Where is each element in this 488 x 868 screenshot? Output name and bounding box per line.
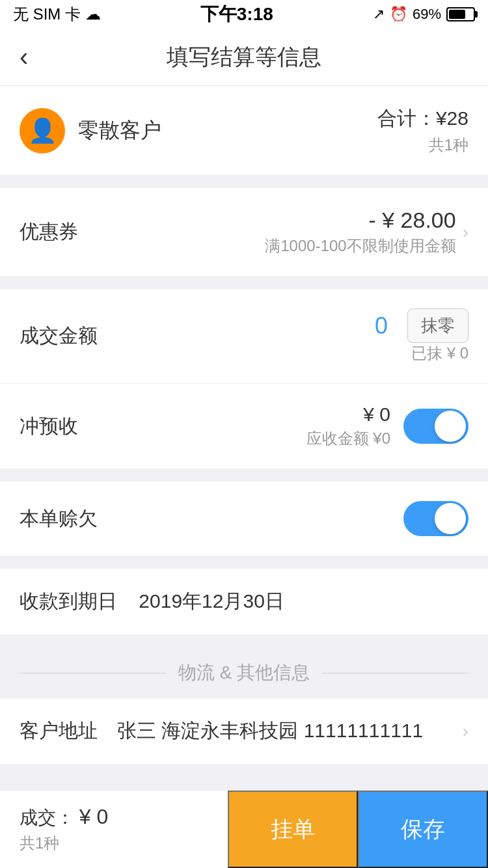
round-zero-button[interactable]: 抹零 [407, 308, 468, 343]
avatar-icon: 👤 [28, 117, 57, 144]
coupon-right: - ¥ 28.00 满1000-100不限制使用金额 › [265, 208, 468, 256]
credit-toggle[interactable] [403, 501, 468, 536]
prepay-amount-sub: 应收金额 ¥0 [306, 428, 390, 449]
status-time: 下午3:18 [200, 2, 273, 27]
due-date-label: 收款到期日 2019年12月30日 [20, 590, 284, 612]
prepay-label: 冲预收 [20, 413, 78, 440]
transaction-section: 成交金额 0 抹零 已抹 ¥ 0 冲预收 ¥ 0 应收金额 ¥0 [0, 289, 488, 468]
coupon-amount: - ¥ 28.00 [265, 208, 455, 233]
customer-count: 共1种 [377, 135, 468, 156]
coupon-row[interactable]: 优惠券 - ¥ 28.00 满1000-100不限制使用金额 › [0, 188, 488, 276]
bottom-bar: 成交： ¥ 0 共1种 挂单 保存 [0, 790, 488, 868]
status-left: 无 SIM 卡 ☁ [13, 4, 101, 25]
battery-percent: 69% [413, 6, 441, 23]
address-chevron-icon: › [463, 721, 468, 742]
battery-icon [446, 7, 475, 21]
transaction-row: 成交金额 0 抹零 已抹 ¥ 0 [0, 289, 488, 384]
customer-summary: 合计：¥28 共1种 [377, 105, 468, 156]
customer-name: 零散客户 [78, 116, 161, 145]
customer-section: 👤 零散客户 合计：¥28 共1种 [0, 86, 488, 175]
coupon-info: - ¥ 28.00 满1000-100不限制使用金额 [265, 208, 455, 256]
coupon-desc: 满1000-100不限制使用金额 [265, 236, 455, 256]
prepay-amount-main: ¥ 0 [306, 403, 390, 426]
save-button[interactable]: 保存 [358, 791, 488, 868]
due-date-section: 收款到期日 2019年12月30日 [0, 569, 488, 634]
status-bar: 无 SIM 卡 ☁ 下午3:18 ↗ ⏰ 69% [0, 0, 488, 29]
address-content: 张三 海淀永丰科技园 11111111111 [117, 718, 463, 744]
prepay-row: 冲预收 ¥ 0 应收金额 ¥0 [0, 384, 488, 468]
already-rounded-text: 已抹 ¥ 0 [411, 343, 468, 364]
amount-input-area: 0 抹零 [375, 308, 468, 343]
alarm-icon: ⏰ [390, 6, 407, 23]
credit-toggle-knob [435, 503, 466, 534]
logistics-line-left [20, 673, 165, 673]
coupon-section[interactable]: 优惠券 - ¥ 28.00 满1000-100不限制使用金额 › [0, 188, 488, 276]
coupon-label: 优惠券 [20, 219, 78, 245]
transaction-right: 0 抹零 已抹 ¥ 0 [375, 308, 468, 364]
coupon-chevron-icon: › [463, 222, 468, 243]
customer-total: 合计：¥28 [377, 105, 468, 132]
status-right: ↗ ⏰ 69% [373, 6, 475, 23]
transaction-amount[interactable]: 0 [375, 312, 394, 340]
bottom-info: 成交： ¥ 0 共1种 [0, 805, 228, 854]
avatar: 👤 [20, 108, 65, 154]
hold-order-button[interactable]: 挂单 [228, 791, 358, 868]
logistics-line-right [323, 673, 468, 673]
transaction-label: 成交金额 [20, 323, 98, 349]
bottom-deal-row: 成交： ¥ 0 [20, 805, 208, 830]
prepay-right: ¥ 0 应收金额 ¥0 [306, 403, 468, 449]
page-title: 填写结算等信息 [167, 42, 321, 72]
bottom-deal-label: 成交： [20, 807, 74, 828]
back-button[interactable]: ‹ [20, 36, 34, 78]
sim-text: 无 SIM 卡 ☁ [13, 4, 101, 25]
credit-row: 本单赊欠 [0, 481, 488, 556]
logistics-label: 物流 & 其他信息 [178, 660, 310, 685]
due-date-text-label: 收款到期日 [20, 590, 117, 612]
address-section[interactable]: 客户地址 张三 海淀永丰科技园 11111111111 › [0, 698, 488, 764]
credit-section: 本单赊欠 [0, 481, 488, 556]
bottom-amount: ¥ 0 [79, 805, 108, 828]
nav-bar: ‹ 填写结算等信息 [0, 29, 488, 86]
prepay-amounts: ¥ 0 应收金额 ¥0 [306, 403, 390, 449]
credit-label: 本单赊欠 [20, 506, 98, 532]
logistics-divider: 物流 & 其他信息 [0, 647, 488, 698]
location-icon: ↗ [373, 6, 385, 23]
content-area: 👤 零散客户 合计：¥28 共1种 优惠券 - ¥ 28.00 满1000-10… [0, 86, 488, 861]
prepay-toggle[interactable] [403, 409, 468, 444]
customer-info: 👤 零散客户 [20, 108, 161, 154]
bottom-count: 共1种 [20, 833, 208, 854]
address-label: 客户地址 [20, 718, 98, 744]
toggle-knob [435, 411, 466, 442]
due-date-value[interactable]: 2019年12月30日 [139, 590, 284, 612]
